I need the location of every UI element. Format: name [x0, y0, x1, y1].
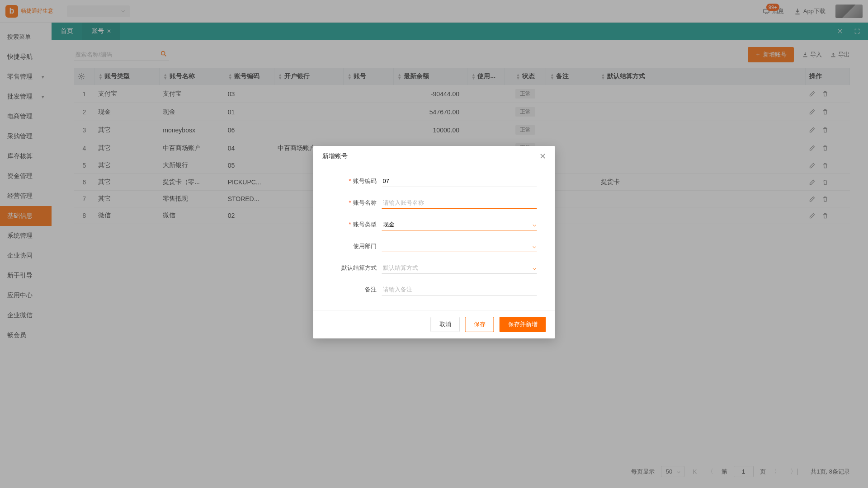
- field-type-select[interactable]: [382, 219, 537, 230]
- save-button[interactable]: 保存: [465, 317, 494, 332]
- field-dept-select[interactable]: [382, 240, 537, 252]
- field-dept-label: 使用部门: [353, 243, 377, 249]
- field-code-label: 账号编码: [353, 178, 377, 184]
- field-code-input[interactable]: [382, 175, 537, 187]
- field-method-select[interactable]: [382, 262, 537, 274]
- modal-title: 新增账号: [322, 152, 348, 160]
- modal-close-button[interactable]: ✕: [539, 152, 546, 160]
- save-and-new-button[interactable]: 保存并新增: [500, 317, 546, 332]
- field-type-label: 账号类型: [353, 221, 377, 228]
- field-name-label: 账号名称: [353, 199, 377, 206]
- modal-header: 新增账号 ✕: [313, 146, 555, 167]
- field-memo-input[interactable]: [382, 284, 537, 296]
- field-name-input[interactable]: [382, 197, 537, 209]
- field-method-label: 默认结算方式: [341, 264, 377, 271]
- add-account-modal: 新增账号 ✕ *账号编码 *账号名称 *账号类型 ⌵ 使用部门 ⌵ 默认结算方式…: [313, 146, 555, 338]
- cancel-button[interactable]: 取消: [431, 317, 460, 332]
- field-memo-label: 备注: [365, 286, 377, 293]
